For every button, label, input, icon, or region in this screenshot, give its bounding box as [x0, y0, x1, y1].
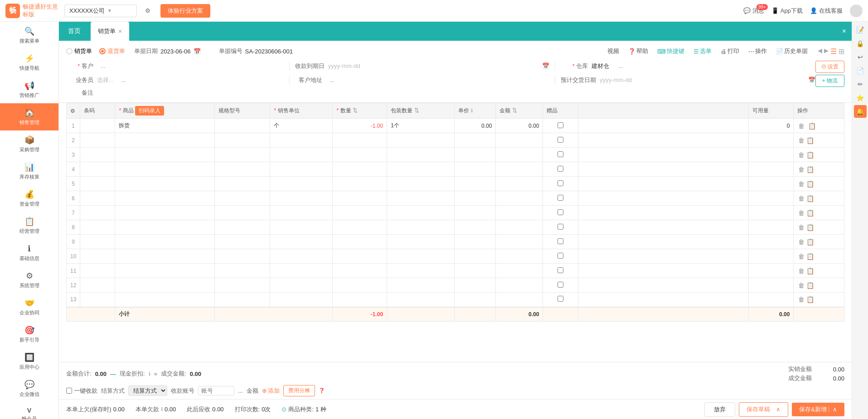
company-selector[interactable]: XXXXXX公司 ▼ [64, 5, 137, 17]
customer-input[interactable]: ... [97, 61, 284, 71]
account-input[interactable] [198, 386, 234, 395]
row-barcode-1[interactable] [80, 119, 115, 133]
copy-icon[interactable]: 📋 [806, 137, 814, 144]
copy-icon[interactable]: 📋 [806, 180, 814, 188]
help-btn[interactable]: ❓ 帮助 [626, 46, 651, 56]
print-btn[interactable]: 🖨打印 [718, 46, 742, 56]
shortcut-btn[interactable]: ⌨快捷键 [655, 46, 687, 56]
price-info-icon[interactable]: ℹ [471, 108, 473, 113]
sidebar-item-finance[interactable]: 💰 资金管理 [0, 185, 58, 212]
copy-icon[interactable]: 📋 [806, 296, 814, 303]
save-draft-button[interactable]: 保存草稿 ∧ [739, 402, 788, 417]
row-qty-1[interactable]: -1.00 [333, 119, 387, 133]
sidebar-item-marketing[interactable]: 📢 营销推广 [0, 76, 58, 103]
row-unit-1[interactable]: 个 [270, 119, 333, 133]
messages-button[interactable]: 💬 消息 99+ [743, 7, 764, 15]
delete-icon[interactable]: 🗑 [798, 282, 805, 289]
save-new-button[interactable]: 保存&新增 ∧ [792, 403, 844, 416]
select-btn[interactable]: ☰选单 [691, 46, 714, 56]
delivery-calendar-icon[interactable]: 📅 [808, 77, 815, 83]
copy-icon[interactable]: 📋 [806, 151, 814, 159]
amount-sort-icon[interactable]: ⇅ [512, 107, 517, 114]
right-sidebar-doc-icon[interactable]: 📄 [854, 64, 867, 77]
sidebar-item-system[interactable]: ⚙ 系统管理 [0, 266, 58, 294]
payment-calendar-icon[interactable]: 📅 [542, 63, 549, 69]
delete-icon[interactable]: 🗑 [798, 137, 805, 144]
list-view-icon[interactable]: ☰ [830, 47, 837, 56]
sidebar-item-management[interactable]: 📋 经营管理 [0, 212, 58, 239]
delete-icon[interactable]: 🗑 [798, 166, 805, 173]
delete-icon[interactable]: 🗑 [798, 151, 805, 159]
delete-icon[interactable]: 🗑 [798, 195, 805, 202]
sidebar-item-guide[interactable]: 🎯 新手引导 [0, 321, 58, 348]
right-sidebar-edit-icon[interactable]: ✏ [854, 78, 867, 91]
tab-home[interactable]: 首页 [59, 22, 90, 41]
app-download-button[interactable]: 📱 App下载 [771, 7, 803, 15]
delete-icon[interactable]: 🗑 [798, 253, 805, 260]
settings-icon[interactable]: ⚙ [141, 4, 155, 18]
radio-return[interactable]: 退货单 [99, 47, 125, 55]
row-extra-1[interactable] [578, 119, 748, 133]
copy-icon-1[interactable]: 📋 [808, 122, 816, 130]
calc-method-select[interactable]: 结算方式 [128, 385, 167, 396]
save-draft-arrow[interactable]: ∧ [772, 406, 781, 413]
th-settings[interactable]: ⚙ [67, 103, 80, 119]
right-sidebar-star-icon[interactable]: ⭐ [854, 92, 867, 104]
sidebar-item-member[interactable]: V 畅会员 [0, 402, 58, 419]
online-service-button[interactable]: 👤 在线客服 [810, 7, 843, 15]
row-spec-1[interactable] [215, 119, 270, 133]
cash-discount-info-icon[interactable]: ℹ [149, 371, 150, 377]
row-pkg-1[interactable]: 1个 [387, 119, 455, 133]
salesperson-input[interactable]: 选择... [97, 76, 114, 84]
one-click-checkbox[interactable] [66, 388, 72, 394]
radio-sale[interactable]: 销货单 [66, 47, 92, 55]
avatar[interactable] [850, 5, 863, 17]
sidebar-item-inventory[interactable]: 📊 库存核算 [0, 158, 58, 185]
logistics-button[interactable]: + 物流 [815, 75, 844, 87]
tab-close-right-icon[interactable]: × [842, 27, 852, 35]
warehouse-input[interactable]: ... [615, 61, 815, 71]
delete-icon[interactable]: 🗑 [798, 267, 805, 275]
delivery-date-input[interactable]: yyyy-mm-dd [600, 77, 632, 83]
grid-view-icon[interactable]: ⊞ [839, 47, 844, 56]
sidebar-item-basic-info[interactable]: ℹ 基础信息 [0, 239, 58, 266]
delete-icon[interactable]: 🗑 [798, 209, 805, 217]
calendar-icon[interactable]: 📅 [194, 48, 201, 55]
delete-icon[interactable]: 🗑 [798, 180, 805, 188]
sidebar-item-quicknav[interactable]: ⚡ 快捷导航 [0, 49, 58, 76]
row-price-1[interactable]: 0.00 [455, 119, 496, 133]
right-sidebar-alert-icon[interactable]: 🔔 [854, 105, 867, 118]
sidebar-item-wechat[interactable]: 💬 企业微信 [0, 375, 58, 402]
sidebar-item-collab[interactable]: 🤝 企业协同 [0, 294, 58, 321]
tab-sale-order[interactable]: 销货单 × [91, 22, 129, 41]
copy-icon[interactable]: 📋 [806, 253, 814, 260]
scan-button[interactable]: 扫码录入 [135, 106, 164, 116]
delete-icon[interactable]: 🗑 [798, 224, 805, 231]
qty-sort-icon[interactable]: ⇅ [353, 107, 358, 114]
right-sidebar-return-icon[interactable]: ↩ [854, 51, 867, 63]
fee-split-info-icon[interactable]: ❓ [319, 388, 325, 394]
sidebar-item-sales[interactable]: 🏠 销售管理 [0, 103, 58, 130]
gift-checkbox-1[interactable] [558, 122, 563, 128]
right-sidebar-lock-icon[interactable]: 🔒 [854, 37, 867, 50]
delete-icon[interactable]: 🗑 [798, 238, 805, 246]
add-button[interactable]: ⊕添加 [262, 387, 280, 395]
doc-short-info-icon[interactable]: ℹ [161, 406, 163, 412]
pkg-sort-icon[interactable]: ⇅ [414, 107, 419, 114]
right-sidebar-note-icon[interactable]: 📝 [854, 24, 867, 36]
sidebar-item-purchase[interactable]: 📦 采购管理 [0, 130, 58, 158]
history-btn[interactable]: 📄历史单据 [773, 46, 810, 56]
save-new-arrow[interactable]: ∧ [829, 406, 837, 413]
delete-icon[interactable]: 🗑 [798, 296, 805, 303]
tab-close-icon[interactable]: × [118, 28, 122, 35]
copy-icon[interactable]: 📋 [806, 195, 814, 202]
abandon-button[interactable]: 放弃 [704, 402, 735, 417]
sidebar-item-apps[interactable]: 🔲 应用中心 [0, 348, 58, 375]
row-amount-1[interactable]: 0.00 [496, 119, 543, 133]
action-btn[interactable]: ⋯操作 [746, 46, 770, 56]
salesperson-dots[interactable]: ... [117, 75, 284, 85]
customer-addr-input[interactable]: ... [326, 75, 549, 85]
sidebar-item-search[interactable]: 🔍 搜索菜单 [0, 22, 58, 49]
copy-icon[interactable]: 📋 [806, 224, 814, 231]
trial-button[interactable]: 体验行业方案 [160, 4, 210, 18]
